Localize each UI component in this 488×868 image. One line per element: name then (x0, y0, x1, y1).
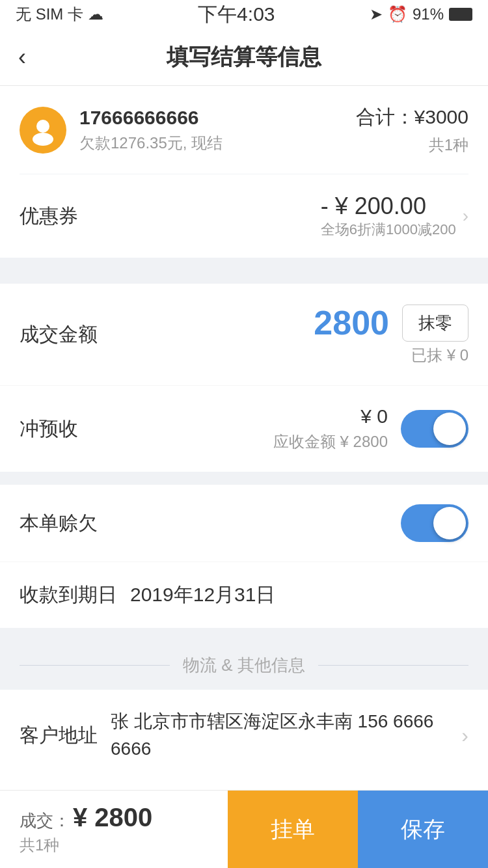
page-title: 填写结算等信息 (167, 42, 321, 72)
due-date-row: 收款到期日 2019年12月31日 (0, 562, 488, 628)
due-date-label: 收款到期日 (20, 582, 117, 608)
customer-right: 合计：¥3000 共1种 (356, 104, 468, 156)
total-count: 共1种 (356, 135, 468, 156)
gray-separator-1 (0, 271, 488, 284)
back-button[interactable]: ‹ (18, 44, 26, 71)
bottom-count: 共1种 (20, 835, 208, 856)
deal-amount-row: 成交金额 2800 抹零 已抹 ¥ 0 (0, 284, 488, 386)
sim-status: 无 SIM 卡 ☁ (16, 4, 103, 25)
round-zero-button[interactable]: 抹零 (402, 305, 468, 342)
logistics-line-right (318, 665, 468, 666)
ben-dan-row: 本单赊欠 (0, 485, 488, 562)
status-left: 无 SIM 卡 ☁ (16, 4, 103, 25)
avatar-icon (27, 115, 59, 146)
logistics-divider: 物流 & 其他信息 (0, 641, 488, 690)
bottom-bar: 成交： ¥ 2800 共1种 挂单 保存 (0, 790, 488, 868)
bottom-amount: ¥ 2800 (73, 803, 152, 832)
deal-amount-label: 成交金额 (20, 321, 98, 348)
hang-button[interactable]: 挂单 (228, 791, 358, 869)
deal-amount-sub: 已抹 ¥ 0 (314, 345, 468, 366)
logistics-line-left (20, 665, 170, 666)
form-section-2: 本单赊欠 收款到期日 2019年12月31日 (0, 485, 488, 628)
address-row[interactable]: 客户地址 张 北京市市辖区海淀区永丰南 156 6666 6666 › (0, 690, 488, 781)
coupon-discount: - ¥ 200.00 (321, 193, 456, 220)
customer-debt: 欠款1276.35元, 现结 (79, 133, 223, 154)
chong-yushou-amount: ¥ 0 (273, 405, 388, 427)
ben-dan-label: 本单赊欠 (20, 510, 98, 537)
gray-separator-2 (0, 472, 488, 485)
ben-dan-toggle-knob (433, 507, 466, 539)
svg-point-1 (33, 133, 53, 146)
nav-bar: ‹ 填写结算等信息 (0, 29, 488, 86)
svg-point-0 (36, 120, 49, 133)
address-value: 张 北京市市辖区海淀区永丰南 156 6666 6666 (111, 708, 455, 763)
chong-yushou-row: 冲预收 ¥ 0 应收金额 ¥ 2800 (0, 386, 488, 472)
gray-separator-3 (0, 628, 488, 641)
logistics-text: 物流 & 其他信息 (183, 654, 305, 677)
chevron-right-icon: › (463, 206, 468, 226)
customer-card: 17666666666 欠款1276.35元, 现结 合计：¥3000 共1种 … (0, 86, 488, 258)
customer-info: 17666666666 欠款1276.35元, 现结 (79, 107, 223, 154)
form-section-1: 成交金额 2800 抹零 已抹 ¥ 0 冲预收 ¥ 0 应收金额 ¥ 2800 (0, 284, 488, 472)
coupon-label: 优惠券 (20, 203, 78, 230)
address-chevron-icon: › (461, 724, 468, 748)
battery-level: 91% (413, 5, 444, 23)
status-time: 下午4:03 (198, 1, 275, 28)
total-amount: 合计：¥3000 (356, 104, 468, 131)
ben-dan-toggle[interactable] (401, 504, 468, 542)
bottom-chengjiao-label: 成交： (20, 809, 70, 832)
coupon-right: - ¥ 200.00 全场6折满1000减200 › (321, 193, 468, 239)
bottom-info: 成交： ¥ 2800 共1种 (0, 803, 228, 856)
toggle-knob (433, 413, 466, 445)
battery-icon (449, 8, 472, 21)
avatar (20, 107, 66, 154)
alarm-icon: ⏰ (388, 5, 407, 23)
customer-row: 17666666666 欠款1276.35元, 现结 合计：¥3000 共1种 (0, 86, 488, 174)
status-bar: 无 SIM 卡 ☁ 下午4:03 ➤ ⏰ 91% (0, 0, 488, 29)
deal-amount-right: 2800 抹零 (314, 303, 468, 342)
due-date-value: 2019年12月31日 (130, 582, 275, 608)
coupon-row[interactable]: 优惠券 - ¥ 200.00 全场6折满1000减200 › (0, 174, 488, 258)
save-button[interactable]: 保存 (358, 791, 488, 869)
chong-yushou-label: 冲预收 (20, 416, 78, 442)
customer-left: 17666666666 欠款1276.35元, 现结 (20, 107, 223, 154)
coupon-desc: 全场6折满1000减200 (321, 220, 456, 239)
address-label: 客户地址 (20, 722, 98, 749)
chong-yushou-receivable: 应收金额 ¥ 2800 (273, 431, 388, 452)
deal-amount-value: 2800 (314, 303, 389, 342)
content-area: 17666666666 欠款1276.35元, 现结 合计：¥3000 共1种 … (0, 86, 488, 868)
location-icon: ➤ (370, 5, 383, 23)
customer-phone: 17666666666 (79, 107, 223, 129)
status-right: ➤ ⏰ 91% (370, 5, 472, 23)
chong-yushou-toggle[interactable] (401, 410, 468, 448)
